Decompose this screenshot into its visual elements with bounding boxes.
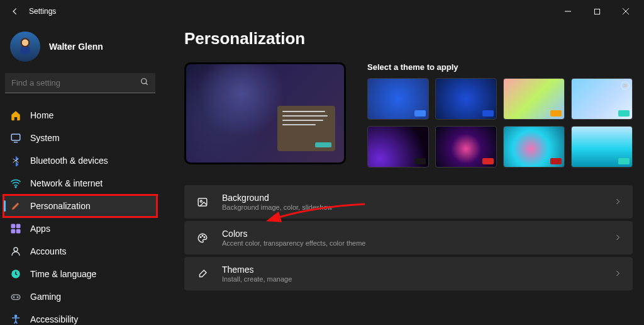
svg-rect-18 [11,295,20,300]
svg-point-7 [142,79,147,84]
avatar [10,31,40,62]
card-title: Background [222,193,332,203]
svg-point-4 [22,39,29,46]
user-block[interactable]: Walter Glenn [4,26,157,73]
sidebar-item-label: Bluetooth & devices [30,156,108,166]
close-button[interactable] [620,6,631,17]
sidebar-item-label: Accounts [30,246,67,256]
home-icon [10,110,21,121]
svg-line-8 [146,83,148,85]
sidebar-item-apps[interactable]: Apps [4,218,157,239]
card-subtitle: Accent color, transparency effects, colo… [222,239,365,247]
card-title: Colors [222,229,365,239]
sidebar-item-label: Home [30,110,53,120]
theme-option-8[interactable] [571,126,633,168]
settings-cards: Background Background image, color, slid… [184,185,633,290]
sidebar-item-system[interactable]: System [4,127,157,149]
svg-rect-12 [11,224,14,227]
sidebar-item-label: System [30,133,60,143]
personalization-icon [10,200,21,212]
theme-option-1[interactable] [367,78,429,120]
bluetooth-icon [10,155,21,166]
sidebar-item-network-internet[interactable]: Network & internet [4,173,157,194]
window-title: Settings [29,7,56,16]
main: Personalization Select a theme to apply … [160,23,644,325]
system-icon [10,132,21,144]
svg-point-19 [17,297,18,298]
svg-rect-1 [594,9,599,14]
palette-icon [196,231,209,245]
svg-point-25 [204,236,205,237]
theme-option-7[interactable] [503,126,565,168]
themes-section: Select a theme to apply [367,62,633,168]
card-background[interactable]: Background Background image, color, slid… [184,185,633,219]
theme-option-3[interactable] [503,78,565,120]
brush-icon [196,267,209,281]
sidebar-item-accessibility[interactable]: Accessibility [4,309,157,325]
svg-point-22 [200,200,202,202]
nav: Home System Bluetooth & devices Network … [4,105,157,325]
chevron-right-icon [614,268,621,280]
maximize-button[interactable] [591,6,602,17]
svg-point-16 [14,248,18,251]
card-subtitle: Background image, color, slideshow [222,203,332,211]
card-subtitle: Install, create, manage [222,275,292,283]
svg-rect-13 [17,224,20,227]
sidebar-item-label: Network & internet [30,178,103,188]
search-input[interactable] [5,73,155,93]
desktop-preview [184,62,346,164]
sidebar-item-home[interactable]: Home [4,105,157,126]
sidebar-item-personalization[interactable]: Personalization [4,195,157,217]
sidebar-item-bluetooth-devices[interactable]: Bluetooth & devices [4,150,157,171]
svg-point-23 [200,236,201,237]
themes-grid [367,78,633,168]
sidebar-item-label: Gaming [30,292,61,302]
sidebar-item-gaming[interactable]: Gaming [4,286,157,307]
page-title: Personalization [184,29,633,48]
theme-option-2[interactable] [435,78,497,120]
preview-row: Select a theme to apply [184,62,633,168]
sidebar-item-label: Time & language [30,269,96,279]
card-title: Themes [222,265,292,275]
themes-title: Select a theme to apply [367,62,633,72]
chevron-right-icon [614,232,621,244]
apps-icon [10,223,21,234]
card-colors[interactable]: Colors Accent color, transparency effect… [184,221,633,254]
sidebar-item-accounts[interactable]: Accounts [4,241,157,262]
image-icon [196,195,209,209]
sidebar-item-label: Accessibility [30,314,78,324]
theme-option-5[interactable] [367,126,429,168]
svg-rect-9 [11,134,20,140]
accounts-icon [10,246,21,257]
gaming-icon [10,291,21,302]
theme-option-6[interactable] [435,126,497,168]
search-box [5,73,155,93]
theme-option-4[interactable] [571,78,633,120]
sidebar-item-time-language[interactable]: Time & language [4,263,157,285]
svg-point-11 [15,186,16,188]
titlebar: Settings [0,0,644,23]
svg-rect-21 [198,198,207,206]
minimize-button[interactable] [562,6,574,17]
time-icon [10,268,21,280]
svg-rect-14 [11,230,14,233]
svg-point-20 [15,315,17,317]
svg-point-24 [202,235,203,236]
chevron-right-icon [614,197,621,208]
svg-rect-15 [17,230,20,233]
sidebar: Walter Glenn Home System Bluetooth & dev… [0,23,160,325]
card-themes[interactable]: Themes Install, create, manage [184,257,633,290]
back-button[interactable] [6,3,24,20]
search-icon [140,77,149,89]
sidebar-item-label: Apps [30,224,50,234]
network-icon [10,178,21,189]
accessibility-icon [10,314,21,325]
sidebar-item-label: Personalization [30,201,91,211]
user-name: Walter Glenn [49,42,103,52]
window-controls [562,6,638,17]
